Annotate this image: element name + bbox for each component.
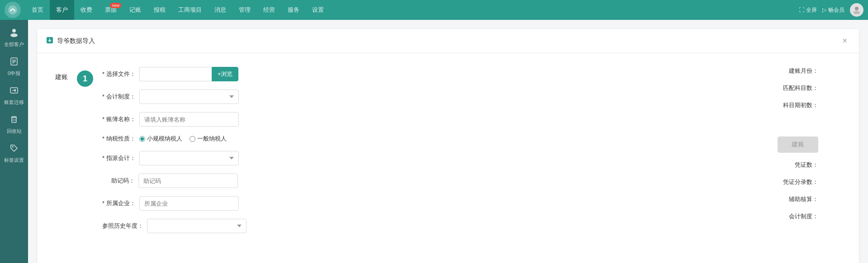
ref-year-label: 参照历史年度： xyxy=(102,222,147,230)
radio-small-scale-input[interactable] xyxy=(139,136,145,142)
nav-item-fee[interactable]: 收费 xyxy=(74,0,99,20)
right-info-panel: 建账月份： 匹配科目数： 科目期初数： 建账 xyxy=(750,67,841,241)
accounting-system-label: 会计制度： xyxy=(778,212,818,221)
nav-logo[interactable] xyxy=(5,2,21,18)
assign-accountant-label: * 指派会计： xyxy=(102,154,139,162)
step-badge: 1 xyxy=(77,70,93,87)
recycle-icon xyxy=(9,115,19,126)
voucher-entries-label: 凭证分录数： xyxy=(778,178,818,186)
svg-point-14 xyxy=(12,146,14,148)
svg-point-0 xyxy=(8,5,17,14)
company-label: * 所属企业： xyxy=(102,199,139,207)
sidebar-item-zero-report[interactable]: 0申报 xyxy=(0,53,28,80)
account-system-label: * 会计制度： xyxy=(102,93,139,101)
assign-accountant-row: * 指派会计： xyxy=(102,151,750,165)
modal-header: 导爷数据导入 × xyxy=(37,29,859,53)
svg-point-3 xyxy=(12,29,16,33)
build-month-row: 建账月份： xyxy=(778,67,841,75)
radio-general[interactable]: 一般纳税人 xyxy=(190,135,227,143)
new-badge: new xyxy=(110,3,121,8)
modal-close-button[interactable]: × xyxy=(840,35,850,47)
modal-card: 导爷数据导入 × 建账 1 * 选择文件： xyxy=(37,29,859,263)
nav-item-manage[interactable]: 管理 xyxy=(232,0,257,20)
voucher-entries-row: 凭证分录数： xyxy=(778,178,841,186)
tax-type-label: * 纳税性质： xyxy=(102,135,139,143)
vip-button[interactable]: ▷ 畅会员 xyxy=(822,6,844,14)
browse-button[interactable]: +浏览 xyxy=(212,67,239,81)
aux-accounting-row: 辅助核算： xyxy=(778,195,841,203)
svg-point-1 xyxy=(855,7,859,10)
nav-item-bookkeeping[interactable]: 记账 xyxy=(123,0,147,20)
sidebar-item-recycle[interactable]: 回收站 xyxy=(0,111,28,138)
ledger-name-row: * 账簿名称： xyxy=(102,112,750,127)
initial-subjects-label: 科目期初数： xyxy=(778,101,818,109)
form-left-section: 建账 1 * 选择文件： +浏览 xyxy=(55,67,750,241)
nav-item-tax[interactable]: 报税 xyxy=(147,0,172,20)
user-avatar[interactable] xyxy=(850,3,863,17)
radio-general-label: 一般纳税人 xyxy=(197,135,227,143)
ref-year-row: 参照历史年度： xyxy=(102,219,750,233)
svg-rect-11 xyxy=(12,117,16,122)
memo-code-label: 助记码： xyxy=(102,177,138,185)
file-input-group: +浏览 xyxy=(139,67,239,81)
svg-point-2 xyxy=(854,11,860,14)
sidebar-item-all-clients[interactable]: 全部客户 xyxy=(0,24,28,52)
fullscreen-button[interactable]: ⛶ 全屏 xyxy=(799,6,817,14)
ledger-name-input[interactable] xyxy=(139,112,239,127)
create-btn-area: 建账 xyxy=(778,136,841,153)
step-label: 建账 xyxy=(55,73,68,81)
top-navigation: 首页 客户 收费 票据 new 记账 报税 工商项目 消息 管理 经营 服务 设… xyxy=(0,0,868,20)
build-month-label: 建账月份： xyxy=(778,67,818,75)
main-layout: 全部客户 0申报 账套迁移 xyxy=(0,20,868,263)
sidebar: 全部客户 0申报 账套迁移 xyxy=(0,20,28,263)
initial-subjects-row: 科目期初数： xyxy=(778,101,841,109)
nav-item-service[interactable]: 服务 xyxy=(281,0,306,20)
nav-item-client[interactable]: 客户 xyxy=(50,0,74,20)
nav-item-settings[interactable]: 设置 xyxy=(306,0,330,20)
account-system-row: * 会计制度： xyxy=(102,89,750,104)
svg-point-4 xyxy=(10,33,18,37)
company-input[interactable] xyxy=(139,196,239,211)
file-input[interactable] xyxy=(139,67,212,81)
match-subjects-label: 匹配科目数： xyxy=(778,84,818,92)
migrate-icon xyxy=(9,86,19,97)
modal-title-area: 导爷数据导入 xyxy=(46,37,95,45)
all-clients-icon xyxy=(9,28,19,39)
tax-type-row: * 纳税性质： 小规模纳税人 一般纳税人 xyxy=(102,135,750,143)
form-container: 建账 1 * 选择文件： +浏览 xyxy=(37,53,859,255)
accounting-system-row: 会计制度： xyxy=(778,212,841,221)
company-row: * 所属企业： xyxy=(102,196,750,211)
tax-type-radio-group: 小规模纳税人 一般纳税人 xyxy=(139,135,227,143)
voucher-count-label: 凭证数： xyxy=(778,161,818,169)
create-account-button[interactable]: 建账 xyxy=(778,136,818,153)
nav-menu: 首页 客户 收费 票据 new 记账 报税 工商项目 消息 管理 经营 服务 设… xyxy=(25,0,799,20)
ref-year-select[interactable] xyxy=(147,219,247,233)
nav-item-ticket[interactable]: 票据 new xyxy=(99,0,123,20)
radio-small-scale[interactable]: 小规模纳税人 xyxy=(139,135,182,143)
file-select-row: * 选择文件： +浏览 xyxy=(102,67,750,81)
nav-item-message[interactable]: 消息 xyxy=(208,0,232,20)
nav-item-operation[interactable]: 经营 xyxy=(257,0,281,20)
tag-icon xyxy=(9,144,19,155)
modal-title: 导爷数据导入 xyxy=(57,37,95,45)
sidebar-item-tag-settings[interactable]: 标签设置 xyxy=(0,140,28,167)
import-icon xyxy=(46,37,53,45)
fullscreen-icon: ⛶ xyxy=(799,7,804,13)
radio-general-input[interactable] xyxy=(190,136,195,142)
vip-icon: ▷ xyxy=(822,7,826,13)
ledger-name-label: * 账簿名称： xyxy=(102,115,139,123)
voucher-count-row: 凭证数： xyxy=(778,161,841,169)
radio-small-scale-label: 小规模纳税人 xyxy=(147,135,182,143)
assign-accountant-select[interactable] xyxy=(139,151,239,165)
nav-item-business[interactable]: 工商项目 xyxy=(172,0,208,20)
nav-item-home[interactable]: 首页 xyxy=(25,0,50,20)
form-fields: * 选择文件： +浏览 * 会计制度： xyxy=(102,67,750,241)
aux-accounting-label: 辅助核算： xyxy=(778,195,818,203)
memo-code-input[interactable] xyxy=(138,174,238,188)
sidebar-item-migrate[interactable]: 账套迁移 xyxy=(0,82,28,109)
match-subjects-row: 匹配科目数： xyxy=(778,84,841,92)
memo-code-row: 助记码： xyxy=(102,174,750,188)
nav-right-area: ⛶ 全屏 ▷ 畅会员 xyxy=(799,3,863,17)
zero-report-icon xyxy=(9,57,19,68)
account-system-select[interactable] xyxy=(139,89,239,104)
